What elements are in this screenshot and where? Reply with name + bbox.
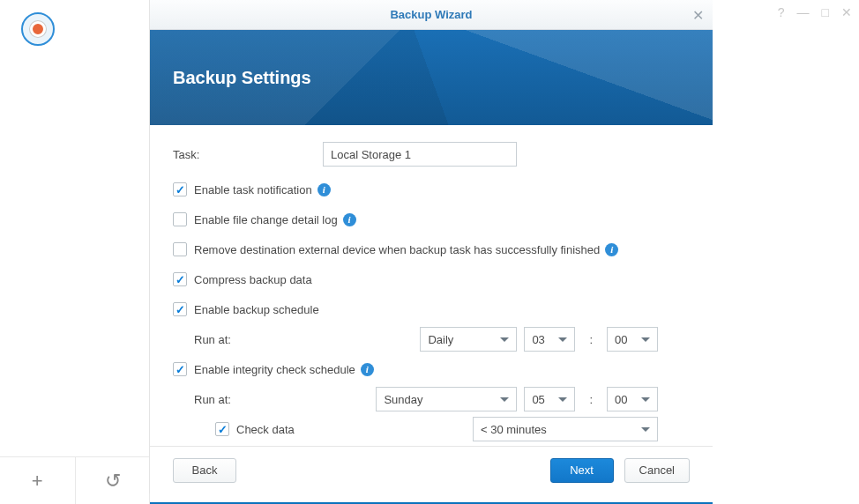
sidebar-bottom-toolbar: + ↺	[0, 456, 150, 504]
page-heading: Backup Settings	[173, 68, 311, 88]
parent-window-area	[713, 0, 859, 504]
integrity-run-at-label: Run at:	[194, 393, 323, 406]
enable-notification-label[interactable]: Enable task notification	[194, 183, 312, 196]
chevron-down-icon	[500, 337, 509, 342]
enable-schedule-checkbox[interactable]	[173, 302, 187, 316]
schedule-controls: Daily 03 : 00	[420, 327, 684, 352]
enable-notification-row: Enable task notification i	[173, 176, 684, 203]
integrity-run-at-row: Run at: Sunday 05 : 00	[173, 386, 684, 412]
chevron-down-icon	[500, 397, 509, 402]
enable-schedule-label[interactable]: Enable backup schedule	[194, 303, 319, 316]
integrity-minute-value: 00	[615, 393, 627, 406]
check-data-checkbox[interactable]	[215, 422, 229, 436]
integrity-minute-select[interactable]: 00	[607, 387, 658, 411]
integrity-day-select[interactable]: Sunday	[376, 387, 517, 411]
dialog-hero: Backup Settings	[150, 30, 713, 125]
file-change-log-checkbox[interactable]	[173, 212, 187, 226]
help-icon[interactable]: ?	[778, 5, 785, 19]
enable-integrity-label[interactable]: Enable integrity check schedule	[194, 363, 355, 376]
history-icon: ↺	[105, 470, 121, 493]
time-separator: :	[589, 333, 593, 346]
schedule-hour-value: 03	[532, 333, 544, 346]
schedule-frequency-select[interactable]: Daily	[420, 327, 517, 352]
parent-window-controls: ? — □ ✕	[778, 5, 852, 19]
integrity-controls: Sunday 05 : 00	[376, 387, 684, 411]
info-icon[interactable]: i	[361, 363, 374, 376]
app-logo-icon	[21, 12, 55, 46]
remove-external-checkbox[interactable]	[173, 242, 187, 256]
compress-row: Compress backup data	[173, 266, 684, 293]
enable-schedule-row: Enable backup schedule	[173, 296, 684, 322]
close-icon[interactable]: ✕	[841, 5, 852, 19]
info-icon[interactable]: i	[343, 213, 356, 226]
integrity-day-value: Sunday	[384, 393, 422, 406]
dialog-body: Task: Enable task notification i Enable …	[150, 125, 713, 446]
enable-integrity-row: Enable integrity check schedule i	[173, 356, 684, 382]
task-row: Task:	[173, 141, 684, 167]
backup-wizard-dialog: Backup Wizard ✕ Backup Settings Task: En…	[150, 0, 713, 493]
check-data-duration-select[interactable]: < 30 minutes	[473, 417, 658, 441]
schedule-run-at-row: Run at: Daily 03 : 00	[173, 326, 684, 352]
check-data-controls: < 30 minutes	[473, 417, 684, 441]
dialog-close-button[interactable]: ✕	[692, 7, 704, 24]
plus-icon: +	[32, 470, 43, 493]
minimize-icon[interactable]: —	[797, 5, 810, 19]
info-icon[interactable]: i	[317, 183, 331, 196]
remove-external-label[interactable]: Remove destination external device when …	[194, 243, 600, 256]
dialog-title: Backup Wizard	[390, 8, 472, 21]
integrity-hour-select[interactable]: 05	[524, 387, 575, 411]
schedule-minute-value: 00	[615, 333, 627, 346]
history-button[interactable]: ↺	[75, 457, 151, 504]
maximize-icon[interactable]: □	[822, 5, 829, 19]
compress-checkbox[interactable]	[173, 272, 187, 286]
schedule-minute-select[interactable]: 00	[607, 327, 658, 352]
next-button[interactable]: Next	[550, 458, 614, 483]
check-data-row: Check data < 30 minutes	[173, 416, 684, 442]
chevron-down-icon	[558, 337, 567, 342]
app-logo-inner	[30, 21, 46, 37]
add-button[interactable]: +	[0, 457, 75, 504]
enable-notification-checkbox[interactable]	[173, 182, 187, 196]
chevron-down-icon	[641, 427, 650, 432]
compress-label[interactable]: Compress backup data	[194, 273, 312, 286]
enable-integrity-checkbox[interactable]	[173, 362, 187, 376]
schedule-run-at-label: Run at:	[194, 333, 323, 346]
schedule-frequency-value: Daily	[428, 333, 453, 346]
info-icon[interactable]: i	[605, 243, 618, 256]
cancel-button[interactable]: Cancel	[624, 458, 690, 483]
file-change-log-row: Enable file change detail log i	[173, 206, 684, 233]
file-change-log-label[interactable]: Enable file change detail log	[194, 213, 338, 226]
back-button[interactable]: Back	[173, 458, 236, 483]
time-separator: :	[589, 393, 593, 406]
chevron-down-icon	[641, 337, 650, 342]
task-label: Task:	[173, 148, 323, 161]
integrity-hour-value: 05	[532, 393, 544, 406]
chevron-down-icon	[558, 397, 567, 402]
form-scroll-region[interactable]: Task: Enable task notification i Enable …	[173, 141, 690, 446]
task-name-input[interactable]	[323, 142, 517, 167]
check-data-duration-value: < 30 minutes	[481, 423, 547, 436]
dialog-footer: Back Next Cancel	[150, 446, 713, 493]
app-sidebar: + ↺	[0, 0, 150, 504]
chevron-down-icon	[641, 397, 650, 402]
schedule-hour-select[interactable]: 03	[524, 327, 575, 352]
remove-external-row: Remove destination external device when …	[173, 236, 684, 263]
dialog-titlebar: Backup Wizard ✕	[150, 0, 713, 30]
check-data-label[interactable]: Check data	[236, 423, 323, 436]
